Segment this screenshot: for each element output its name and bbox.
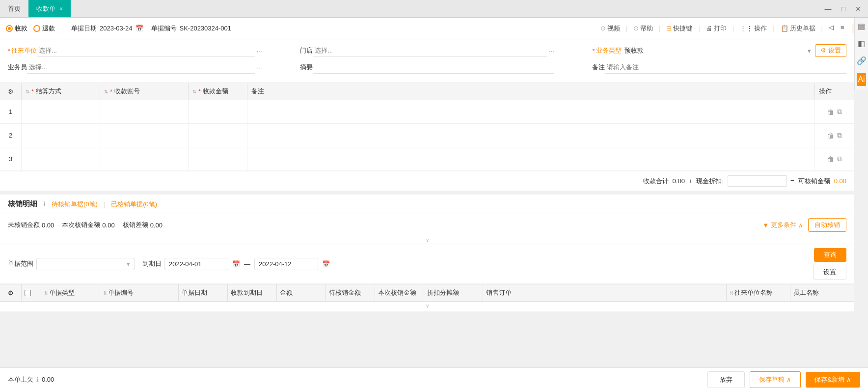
row-3-copy-icon[interactable]: ⧉ (837, 155, 842, 163)
bottom-table-header: ⚙ ⇅ 单据类型 ⇅ 单据编号 单据日期 收款到期日 金额 (0, 284, 854, 302)
layout-list-icon[interactable]: ≡ (841, 24, 850, 33)
unchecked-amount: 未核销金额 0.00 (8, 221, 54, 229)
partner-input[interactable] (37, 44, 255, 57)
row-2-account[interactable] (100, 124, 189, 147)
footer-info-icon[interactable]: ℹ (36, 376, 39, 383)
bth-discount: 折扣分摊额 (424, 284, 483, 301)
date-range: 📅 — 📅 (164, 258, 330, 270)
row-3-account[interactable] (100, 147, 189, 170)
side-split-icon[interactable]: ◧ (858, 39, 865, 48)
discount-input[interactable] (728, 175, 787, 187)
tab-home[interactable]: 首页 (0, 0, 28, 17)
row-1-copy-icon[interactable]: ⧉ (837, 108, 842, 116)
date-to-input[interactable] (254, 258, 318, 270)
minimize-button[interactable]: — (822, 4, 835, 14)
side-ai-icon[interactable]: Ai (857, 73, 866, 86)
row-3-delete-icon[interactable]: 🗑 (827, 155, 834, 163)
discard-button[interactable]: 放弃 (707, 371, 745, 388)
close-button[interactable]: ✕ (852, 4, 864, 14)
number-field: 单据编号 SK-20230324-001 (151, 24, 232, 33)
store-more-icon[interactable]: ··· (549, 47, 554, 55)
radio-refund[interactable]: 退款 (33, 24, 55, 33)
row-1-account[interactable] (100, 100, 189, 123)
biz-type-field: * 业务类型 预收款 ▾ ⚙ 设置 (592, 44, 846, 57)
row-2-delete-icon[interactable]: 🗑 (827, 132, 834, 140)
settings-button[interactable]: ⚙ 设置 (815, 44, 846, 57)
row-2-amount[interactable] (189, 124, 247, 147)
row-1-payment[interactable] (22, 100, 100, 123)
hx-tab-done[interactable]: 已核销单据(0笔) (111, 200, 157, 209)
biz-type-dropdown-icon[interactable]: ▾ (808, 47, 811, 55)
bth-partner: ⇅ 往来单位名称 (727, 284, 790, 301)
staff-more-icon[interactable]: ··· (257, 64, 262, 71)
form-row-2: 业务员 ··· 摘要 备注 (8, 61, 846, 74)
staff-input[interactable] (27, 61, 255, 74)
print-icon: 🖨 (706, 25, 712, 32)
save-new-button[interactable]: 保存&新增 ∧ (806, 372, 860, 388)
range-field: 单据范围 ▾ (8, 258, 135, 270)
help-button[interactable]: ⊙ 帮助 (633, 24, 653, 33)
row-3-remarks[interactable] (247, 147, 815, 170)
save-draft-button[interactable]: 保存草稿 ∧ (750, 371, 801, 388)
divider-1 (63, 24, 63, 33)
bth-settings[interactable]: ⚙ (0, 284, 22, 301)
hx-info-icon[interactable]: ℹ (43, 200, 46, 208)
row-1-delete-icon[interactable]: 🗑 (827, 108, 834, 116)
date-field: 单据日期 2023-03-24 📅 (71, 24, 143, 33)
tab-active[interactable]: 收款单 × (28, 0, 71, 17)
filter-row: 单据范围 ▾ 到期日 📅 — 📅 查询 设置 (0, 244, 854, 284)
current-amount: 本次核销金额 0.00 (62, 221, 114, 229)
auto-write-off-button[interactable]: 自动核销 (808, 218, 846, 232)
row-2-payment[interactable] (22, 124, 100, 147)
form-row-1: * 往来单位 ··· 门店 ··· * 业务类型 预收款 (8, 44, 846, 57)
table-row: 3 🗑 ⧉ (0, 147, 854, 171)
bottom-scroll: ∨ (0, 302, 854, 309)
date-from-input[interactable] (164, 258, 228, 270)
side-link-icon[interactable]: 🔗 (857, 56, 867, 65)
bth-amount: 金额 (277, 284, 326, 301)
table-settings-col[interactable]: ⚙ (0, 83, 22, 100)
date-to-calendar-icon[interactable]: 📅 (322, 260, 330, 268)
hx-tab-pending[interactable]: 待核销单据(0笔) (52, 200, 98, 209)
history-icon: 📋 (781, 25, 788, 32)
history-button[interactable]: 📋 历史单据 (781, 24, 815, 33)
range-select[interactable]: ▾ (36, 258, 135, 270)
th-actions: 操作 (815, 83, 854, 100)
row-3-payment[interactable] (22, 147, 100, 170)
row-1-amount[interactable] (189, 100, 247, 123)
shortcut-button[interactable]: ⊟ 快捷键 (666, 24, 692, 33)
bth-order: 销售订单 (483, 284, 727, 301)
radio-collection[interactable]: 收款 (6, 24, 27, 33)
remarks-input[interactable] (605, 61, 846, 74)
date-from-calendar-icon[interactable]: 📅 (232, 260, 240, 268)
partner-more-icon[interactable]: ··· (257, 47, 262, 55)
row-1-remarks[interactable] (247, 100, 815, 123)
filter-icon: ▼ (762, 222, 769, 229)
more-conditions-button[interactable]: ▼ 更多条件 ∧ (762, 221, 803, 229)
select-all-checkbox[interactable] (25, 290, 31, 296)
bth-due: 收款到期日 (228, 284, 277, 301)
row-2-remarks[interactable] (247, 124, 815, 147)
tab-close-icon[interactable]: × (59, 5, 63, 12)
row-num-3: 3 (0, 147, 22, 170)
summary-input[interactable] (313, 61, 554, 74)
save-new-arrow-icon: ∧ (846, 376, 851, 383)
video-button[interactable]: ⊙ 视频 (600, 24, 620, 33)
print-button[interactable]: 🖨 打印 (706, 24, 727, 33)
store-input[interactable] (313, 44, 547, 57)
form-section: * 往来单位 ··· 门店 ··· * 业务类型 预收款 (0, 39, 854, 191)
row-3-amount[interactable] (189, 147, 247, 170)
bth-type: ⇅ 单据类型 (41, 284, 100, 301)
tab-bar: 首页 收款单 × — □ ✕ (0, 0, 868, 18)
maximize-button[interactable]: □ (839, 4, 848, 14)
date-calendar-icon[interactable]: 📅 (136, 25, 143, 32)
side-table-icon[interactable]: ▤ (858, 22, 865, 31)
bth-checkbox[interactable] (22, 284, 41, 301)
bottom-gear-icon: ⚙ (8, 289, 14, 297)
hx-settings-button[interactable]: 设置 (813, 265, 846, 279)
ops-button[interactable]: ⋮⋮ 操作 (740, 24, 767, 33)
partner-field: * 往来单位 ··· (8, 44, 262, 57)
layout-left-icon[interactable]: ◁ (829, 24, 839, 33)
query-button[interactable]: 查询 (814, 248, 846, 262)
row-2-copy-icon[interactable]: ⧉ (837, 131, 842, 140)
